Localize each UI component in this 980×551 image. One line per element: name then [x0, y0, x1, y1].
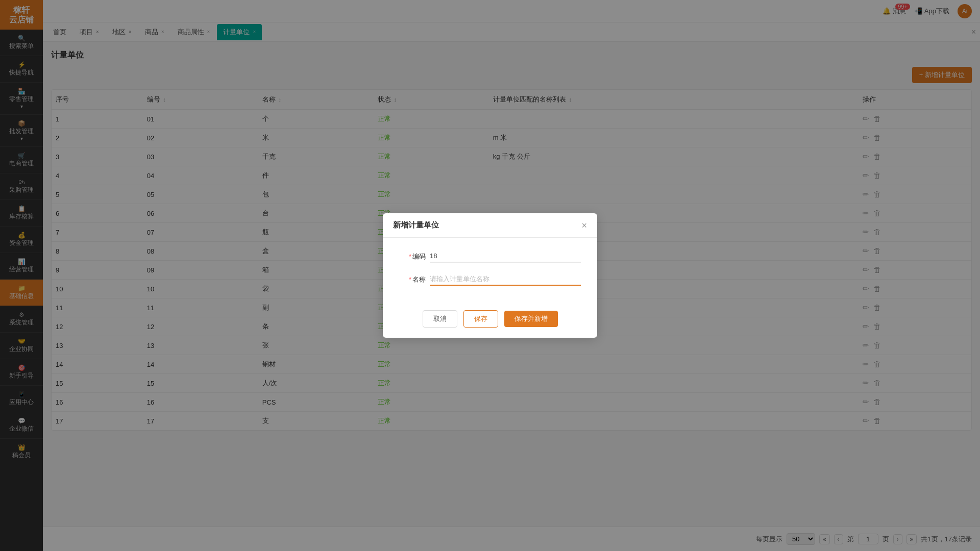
required-star-name: *	[409, 276, 411, 283]
name-label: *名称	[399, 275, 430, 284]
modal-header: 新增计量单位 ×	[383, 213, 597, 238]
modal-close-button[interactable]: ×	[581, 221, 587, 230]
save-and-new-button[interactable]: 保存并新增	[504, 311, 558, 327]
save-button[interactable]: 保存	[463, 310, 498, 328]
code-label: *编码	[399, 252, 430, 261]
form-row-name: *名称	[399, 273, 581, 286]
modal-title: 新增计量单位	[393, 220, 439, 230]
modal-overlay: 新增计量单位 × *编码 *名称 取消 保存 保存并新增	[0, 0, 980, 551]
required-star-code: *	[409, 253, 411, 260]
modal-body: *编码 *名称	[383, 238, 597, 304]
name-input[interactable]	[430, 273, 581, 286]
modal-footer: 取消 保存 保存并新增	[383, 304, 597, 338]
cancel-button[interactable]: 取消	[423, 310, 457, 328]
code-input[interactable]	[430, 250, 581, 263]
add-unit-modal: 新增计量单位 × *编码 *名称 取消 保存 保存并新增	[383, 213, 597, 338]
form-row-code: *编码	[399, 250, 581, 263]
